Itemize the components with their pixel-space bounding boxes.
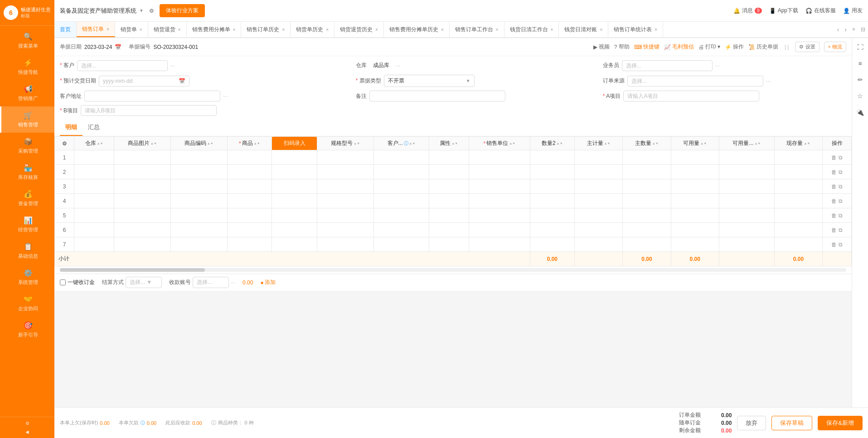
app-download[interactable]: 📱 App下载 [769,7,798,14]
row-3-customer-code[interactable] [374,179,429,194]
th-spec[interactable]: 规格型号▲▼ [317,137,374,150]
tab-order-workbench-close[interactable]: × [496,27,499,32]
row-5-product-image[interactable] [114,208,171,223]
row-2-main-unit[interactable] [574,165,622,179]
save-draft-button[interactable]: 保存草稿 [771,416,812,430]
row-1-available-qty[interactable] [671,150,719,165]
row-1-product[interactable] [227,150,272,165]
row-5-delete-icon[interactable]: 🗑 [831,212,837,219]
date-value[interactable]: 2023-03-24 [84,44,112,50]
row-6-customer-code[interactable] [374,223,429,237]
row-4-product-image[interactable] [114,194,171,208]
row-6-product[interactable] [227,223,272,237]
row-7-spec[interactable] [317,237,374,252]
right-plugin-icon[interactable]: 🔌 [854,107,866,118]
customer-dots-icon[interactable]: ··· [170,63,175,69]
row-1-actions[interactable]: 🗑 ⧉ [823,150,852,165]
setting-button[interactable]: ⚙ 设置 [795,42,819,52]
th-available-more[interactable]: 可用量...▲▼ [719,137,774,150]
row-6-product-code[interactable] [170,223,227,237]
row-5-warehouse[interactable] [74,208,114,223]
order-source-input[interactable] [627,76,763,87]
sidebar-item-capital[interactable]: 💰 资金管理 [0,185,54,212]
row-1-main-qty[interactable] [623,150,671,165]
tab-sales-expense[interactable]: 销售费用分摊单 × [187,22,242,37]
tab-sales-return-close[interactable]: × [140,27,142,32]
row-2-delete-icon[interactable]: 🗑 [831,169,837,175]
tab-sales-return-history-close[interactable]: × [326,27,329,32]
sidebar-item-quicknav[interactable]: ⚡ 快捷导航 [0,54,54,80]
sidebar-item-guide[interactable]: 🎯 新手引导 [0,317,54,343]
notes-input[interactable] [369,91,505,101]
operation-action[interactable]: ⚡ 操作 [725,43,744,51]
row-2-actions[interactable]: 🗑 ⧉ [823,165,852,179]
help-action[interactable]: ? 帮助 [614,43,630,51]
row-1-customer-code[interactable] [374,150,429,165]
th-settings[interactable]: ⚙ [55,137,74,150]
row-6-actions[interactable]: 🗑 ⧉ [823,223,852,237]
row-2-product-code[interactable] [170,165,227,179]
row-7-product-image[interactable] [114,237,171,252]
row-2-spec[interactable] [317,165,374,179]
row-3-main-unit[interactable] [574,179,622,194]
tab-summary[interactable]: 汇总 [82,120,105,136]
row-6-copy-icon[interactable]: ⧉ [839,227,843,233]
discard-button[interactable]: 放弃 [737,416,766,430]
row-3-delete-icon[interactable]: 🗑 [831,183,837,190]
th-scan-input[interactable]: 扫码录入 [272,137,317,150]
th-product-code[interactable]: 商品编码▲▼ [170,137,227,150]
row-7-qty2[interactable] [530,237,574,252]
add-collection-button[interactable]: ● 添加 [260,279,275,286]
collection-dots-icon[interactable]: ··· [231,279,235,286]
user-profile[interactable]: 👤 用友 [843,7,863,14]
row-5-main-unit[interactable] [574,208,622,223]
row-5-attr[interactable] [429,208,469,223]
row-4-attr[interactable] [429,194,469,208]
right-edit-icon[interactable]: ✏ [856,74,865,85]
row-3-current-qty[interactable] [774,179,822,194]
row-2-qty2[interactable] [530,165,574,179]
table-scrollbar-track[interactable] [60,268,846,272]
tab-sales-order-history[interactable]: 销售订单历史 × [241,22,291,37]
tab-sales-order-history-close[interactable]: × [282,27,285,32]
tab-sales-refund[interactable]: 销货退货 × [148,22,187,37]
row-5-current-qty[interactable] [774,208,822,223]
row-6-sales-unit[interactable] [469,223,530,237]
save-new-button[interactable]: 保存&新增 [818,416,863,430]
collection-amount[interactable]: 0.00 [242,279,253,286]
tab-sales-refund-history[interactable]: 销货退货历史 × [335,22,384,37]
row-2-current-qty[interactable] [774,165,822,179]
row-7-product-code[interactable] [170,237,227,252]
row-4-product[interactable] [227,194,272,208]
sidebar-item-search[interactable]: 🔍 搜索菜单 [0,28,54,54]
row-6-main-qty[interactable] [623,223,671,237]
row-3-product[interactable] [227,179,272,194]
row-5-copy-icon[interactable]: ⧉ [839,212,843,219]
row-5-qty2[interactable] [530,208,574,223]
row-6-spec[interactable] [317,223,374,237]
sidebar-item-enterprise[interactable]: 🤝 企业协同 [0,290,54,317]
add-logistics-button[interactable]: + 物流 [824,42,846,52]
tab-expense-history[interactable]: 销售费用分摊单历史 × [384,22,450,37]
tab-next-icon[interactable]: › [842,26,849,33]
row-3-scan[interactable] [272,179,317,194]
row-1-main-unit[interactable] [574,150,622,165]
settlement-method-select[interactable]: 选择... ▼ [126,277,162,288]
tab-cash-reconcile[interactable]: 钱货日清对账 × [559,22,608,37]
row-7-product[interactable] [227,237,272,252]
row-6-delete-icon[interactable]: 🗑 [831,227,837,233]
tab-sales-order-close[interactable]: × [107,27,109,32]
one-click-checkbox-input[interactable] [60,279,66,285]
th-current-qty[interactable]: 现存量▲▼ [774,137,822,150]
tab-order-workbench[interactable]: 销售订单工作台 × [450,22,504,37]
row-4-warehouse[interactable] [74,194,114,208]
th-product[interactable]: *商品▲▼ [227,137,272,150]
row-1-qty2[interactable] [530,150,574,165]
right-expand-icon[interactable]: ⛶ [855,42,865,53]
delivery-date-input[interactable]: yyyy-mm-dd 📅 [99,76,189,87]
row-5-actions[interactable]: 🗑 ⧉ [823,208,852,223]
th-main-unit[interactable]: 主计量▲▼ [574,137,622,150]
tab-sales-return[interactable]: 销货单 × [115,22,148,37]
row-6-available-qty[interactable] [671,223,719,237]
row-2-main-qty[interactable] [623,165,671,179]
